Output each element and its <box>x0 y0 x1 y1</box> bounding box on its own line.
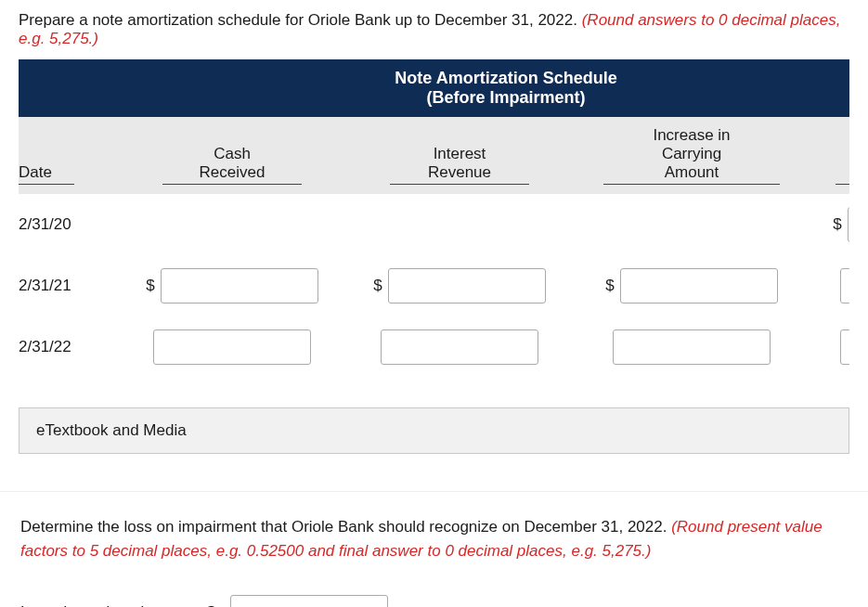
q2-section: Determine the loss on impairment that Or… <box>0 506 868 607</box>
interest-input-r2[interactable] <box>381 329 538 365</box>
row-date: 2/31/21 <box>19 277 121 295</box>
schedule-table-scroll[interactable]: Note Amortization Schedule (Before Impai… <box>19 59 849 389</box>
header-increase-l1: Increase in <box>581 126 802 145</box>
dollar-sign: $ <box>373 277 382 295</box>
etextbook-label: eTextbook and Media <box>36 421 187 439</box>
dollar-sign: $ <box>146 277 154 295</box>
row-date: 2/31/22 <box>19 338 121 356</box>
q1-instruction-text: Prepare a note amortization schedule for… <box>19 11 582 29</box>
etextbook-media-button[interactable]: eTextbook and Media <box>19 407 849 454</box>
interest-input-r1[interactable] <box>388 268 546 304</box>
cash-input-r1[interactable] <box>161 268 318 304</box>
table-row: 2/31/20 $ <box>19 194 849 255</box>
header-cash-l1: Cash <box>126 145 338 163</box>
header-carry-l3: Note <box>836 163 849 185</box>
header-interest-l2: Revenue <box>390 163 529 185</box>
table-title: Note Amortization Schedule (Before Impai… <box>19 59 849 117</box>
loss-input[interactable] <box>230 595 388 607</box>
q1-instruction: Prepare a note amortization schedule for… <box>0 0 868 59</box>
table-row: 2/31/22 <box>19 316 849 378</box>
loss-label: Loss due to impairment <box>20 603 185 607</box>
header-increase-l3: Amount <box>603 163 780 185</box>
increase-input-r1[interactable] <box>620 268 778 304</box>
carry-input-r1[interactable] <box>840 268 849 304</box>
carry-input-r0[interactable] <box>848 207 849 242</box>
section-divider <box>0 491 868 492</box>
column-headers: Date Cash Received Interest Revenue Incr… <box>19 117 849 194</box>
carry-input-r2[interactable] <box>840 329 849 365</box>
row-date: 2/31/20 <box>19 215 121 234</box>
table-title-line1: Note Amortization Schedule <box>19 69 849 88</box>
header-increase-l2: Carrying <box>581 145 802 163</box>
header-interest-l1: Interest <box>349 145 570 163</box>
dollar-sign: $ <box>605 277 614 295</box>
dollar-sign: $ <box>833 215 841 234</box>
header-carry-l1: Carrying <box>813 126 849 145</box>
header-carry-l2: Amount o <box>813 145 849 163</box>
dollar-sign: $ <box>207 603 215 607</box>
header-date: Date <box>19 163 74 185</box>
table-row: 2/31/21 $ $ $ <box>19 255 849 316</box>
q2-instruction-text: Determine the loss on impairment that Or… <box>20 518 671 536</box>
table-title-line2: (Before Impairment) <box>19 88 849 108</box>
cash-input-r2[interactable] <box>153 329 311 365</box>
increase-input-r2[interactable] <box>613 329 771 365</box>
header-cash-l2: Received <box>162 163 302 185</box>
